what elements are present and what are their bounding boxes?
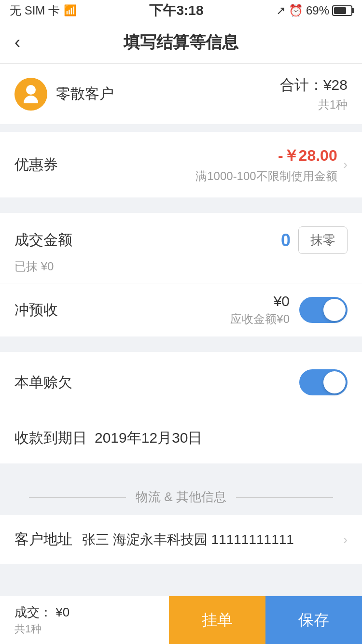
divider-1	[0, 205, 362, 213]
toggle-knob	[323, 299, 346, 321]
amount-value: 0	[281, 230, 291, 251]
nav-bar: ‹ 填写结算等信息	[0, 21, 362, 64]
bottom-count: 共1种	[14, 622, 154, 636]
coupon-info: -￥28.00 满1000-100不限制使用金额	[195, 145, 337, 184]
already-rounded: 已抹 ¥0	[0, 259, 362, 283]
bottom-summary: 成交： ¥0 共1种	[0, 596, 169, 644]
divider-3	[0, 471, 362, 479]
precollect-sub-amount: 应收金额¥0	[230, 311, 290, 327]
customer-name: 零散客户	[56, 84, 114, 104]
page-title: 填写结算等信息	[124, 31, 238, 54]
customer-left: 零散客户	[14, 78, 114, 111]
status-bar: 无 SIM 卡 📶 下午3:18 ↗ ⏰ 69%	[0, 0, 362, 21]
back-button[interactable]: ‹	[14, 32, 20, 53]
avatar-person-icon	[22, 85, 40, 103]
bottom-deal-amount: ¥0	[56, 605, 70, 619]
round-button[interactable]: 抹零	[298, 226, 348, 254]
customer-section: 零散客户 合计：¥28 共1种	[0, 64, 362, 124]
duedate-label: 收款到期日	[14, 428, 87, 448]
avatar	[14, 78, 47, 111]
bottom-bar: 成交： ¥0 共1种 挂单 保存	[0, 596, 362, 644]
debit-label: 本单赊欠	[14, 373, 72, 392]
coupon-row[interactable]: 优惠券 -￥28.00 满1000-100不限制使用金额 ›	[0, 132, 362, 197]
debit-row: 本单赊欠	[0, 352, 362, 413]
status-left: 无 SIM 卡 📶	[10, 3, 77, 18]
wifi-icon: 📶	[64, 4, 77, 17]
battery-icon	[332, 5, 352, 16]
precollect-toggle[interactable]	[299, 297, 348, 323]
carrier-text: 无 SIM 卡	[10, 3, 60, 18]
pending-button[interactable]: 挂单	[169, 596, 265, 644]
precollect-amounts: ¥0 应收金额¥0	[230, 293, 290, 327]
bottom-deal-label: 成交： ¥0	[14, 604, 154, 621]
location-icon: ↗	[276, 4, 286, 17]
precollect-main-amount: ¥0	[230, 293, 290, 309]
status-time: 下午3:18	[149, 1, 203, 20]
amount-label: 成交金额	[14, 230, 72, 250]
coupon-desc: 满1000-100不限制使用金额	[195, 168, 337, 184]
coupon-label: 优惠券	[14, 155, 58, 175]
save-button[interactable]: 保存	[265, 596, 362, 644]
precollect-row: 冲预收 ¥0 应收金额¥0	[0, 283, 362, 336]
debit-section: 本单赊欠 收款到期日 2019年12月30日	[0, 352, 362, 463]
duedate-row: 收款到期日 2019年12月30日	[0, 413, 362, 463]
logistics-title: 物流 & 其他信息	[126, 490, 236, 504]
coupon-right: -￥28.00 满1000-100不限制使用金额 ›	[195, 145, 348, 184]
amount-row: 成交金额 0 抹零	[0, 213, 362, 259]
total-amount: 合计：¥28	[280, 75, 348, 95]
customer-right: 合计：¥28 共1种	[280, 75, 348, 112]
battery-percent: 69%	[306, 4, 329, 17]
address-section[interactable]: 客户地址 张三 海淀永丰科技园 11111111111 ›	[0, 515, 362, 564]
duedate-value: 2019年12月30日	[95, 428, 202, 448]
coupon-amount: -￥28.00	[195, 145, 337, 167]
amount-section: 成交金额 0 抹零 已抹 ¥0 冲预收 ¥0 应收金额¥0	[0, 213, 362, 336]
chevron-right-icon: ›	[343, 157, 348, 172]
precollect-label: 冲预收	[14, 300, 58, 320]
customer-row: 零散客户 合计：¥28 共1种	[0, 64, 362, 124]
amount-right: 0 抹零	[281, 226, 348, 254]
debit-toggle-knob	[323, 371, 346, 393]
total-count: 共1种	[280, 97, 348, 112]
precollect-right: ¥0 应收金额¥0	[230, 293, 348, 327]
logistics-header: 物流 & 其他信息	[0, 479, 362, 515]
debit-toggle[interactable]	[299, 369, 348, 395]
address-label: 客户地址	[14, 530, 72, 549]
address-row[interactable]: 客户地址 张三 海淀永丰科技园 11111111111 ›	[0, 515, 362, 564]
divider-2	[0, 344, 362, 352]
status-right: ↗ ⏰ 69%	[276, 4, 352, 17]
coupon-section[interactable]: 优惠券 -￥28.00 满1000-100不限制使用金额 ›	[0, 132, 362, 197]
alarm-icon: ⏰	[289, 4, 303, 17]
address-value: 张三 海淀永丰科技园 11111111111	[82, 531, 334, 549]
address-chevron-icon: ›	[343, 532, 348, 547]
